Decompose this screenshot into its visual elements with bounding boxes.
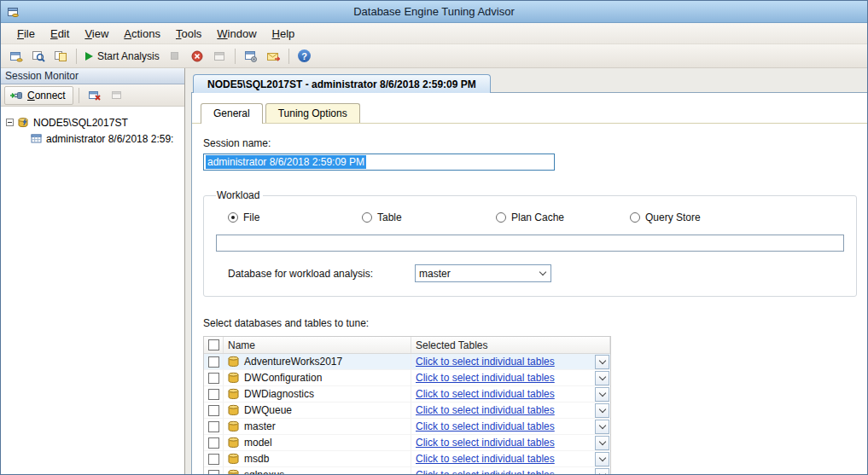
collapse-icon[interactable]	[6, 119, 14, 126]
tab-tuning-options[interactable]: Tuning Options	[265, 103, 360, 123]
import-workload-button[interactable]	[50, 46, 71, 66]
row-checkbox-cell	[204, 354, 224, 369]
row-checkbox-cell	[204, 467, 224, 474]
row-checkbox[interactable]	[208, 356, 219, 368]
tab-general[interactable]: General	[201, 103, 263, 124]
db-name: DWDiagnostics	[244, 388, 314, 400]
db-name: DWQueue	[244, 404, 292, 416]
title-bar[interactable]: Database Engine Tuning Advisor	[1, 1, 867, 23]
tables-dropdown-button[interactable]	[595, 436, 609, 450]
row-checkbox[interactable]	[208, 454, 219, 465]
select-tables-link[interactable]: Click to select individual tables	[416, 420, 555, 432]
pause-analysis-button[interactable]	[165, 46, 185, 66]
workload-group-title: Workload	[216, 189, 263, 201]
menu-view[interactable]: View	[77, 25, 116, 43]
dropdown-arrow-icon	[598, 406, 605, 413]
properties-icon	[244, 49, 258, 63]
row-name-cell: model	[224, 435, 411, 450]
menu-help[interactable]: Help	[265, 25, 303, 43]
start-analysis-button[interactable]: Start Analysis	[82, 46, 163, 66]
tables-dropdown-button[interactable]	[595, 452, 609, 466]
column-header-selected-tables[interactable]: Selected Tables	[411, 337, 610, 353]
tables-dropdown-button[interactable]	[595, 468, 609, 475]
select-tables-link[interactable]: Click to select individual tables	[416, 453, 555, 465]
database-icon	[228, 404, 239, 416]
menu-window[interactable]: Window	[209, 25, 264, 43]
radio-icon	[228, 212, 238, 223]
stop-session-button[interactable]	[84, 85, 105, 105]
table-row: sqlnexus Click to select individual tabl…	[204, 467, 610, 474]
select-tables-link[interactable]: Click to select individual tables	[416, 404, 555, 416]
select-tables-link[interactable]: Click to select individual tables	[416, 388, 555, 400]
workload-database-row: Database for workload analysis: master	[216, 264, 844, 282]
open-file-button[interactable]	[28, 46, 49, 66]
delete-session-icon	[110, 89, 124, 102]
radio-label: Query Store	[645, 211, 701, 223]
db-name: AdventureWorks2017	[244, 356, 342, 368]
document-tab-strip: NODE5\SQL2017ST - administrator 8/6/2018…	[185, 71, 867, 92]
delete-session-button[interactable]	[107, 85, 127, 105]
select-tables-link[interactable]: Click to select individual tables	[416, 437, 555, 449]
select-all-checkbox[interactable]	[208, 339, 219, 350]
connect-button[interactable]: Connect	[4, 86, 73, 105]
column-header-name[interactable]: Name	[224, 337, 411, 353]
dropdown-arrow-icon	[598, 374, 605, 380]
radio-label: Plan Cache	[511, 211, 564, 223]
workload-db-combo[interactable]: master	[415, 264, 551, 282]
menu-file[interactable]: File	[9, 25, 43, 43]
stop-analysis-button[interactable]	[187, 46, 207, 66]
db-name: sqlnexus	[244, 469, 284, 474]
row-checkbox[interactable]	[208, 437, 219, 449]
tables-dropdown-button[interactable]	[595, 403, 609, 418]
session-node-label: administrator 8/6/2018 2:59:	[46, 133, 173, 145]
help-icon	[298, 49, 311, 62]
menu-tools[interactable]: Tools	[168, 25, 209, 43]
header-checkbox-cell	[204, 337, 224, 353]
workload-table-radio[interactable]: Table	[362, 211, 496, 223]
document-area: NODE5\SQL2017ST - administrator 8/6/2018…	[185, 68, 867, 474]
apply-recommendations-button[interactable]	[209, 46, 230, 66]
tables-dropdown-button[interactable]	[595, 387, 609, 402]
tree-node-session[interactable]: administrator 8/6/2018 2:59:	[1, 130, 184, 147]
tables-dropdown-button[interactable]	[595, 355, 609, 369]
select-tables-link[interactable]: Click to select individual tables	[416, 469, 555, 474]
table-header: Name Selected Tables	[204, 337, 610, 354]
row-checkbox[interactable]	[208, 373, 219, 384]
export-results-button[interactable]	[263, 46, 283, 66]
row-checkbox[interactable]	[208, 389, 219, 400]
menu-actions[interactable]: Actions	[116, 25, 168, 43]
new-session-button[interactable]	[6, 46, 26, 66]
row-name-cell: msdb	[224, 451, 411, 466]
row-selected-tables-cell: Click to select individual tables	[411, 451, 610, 466]
session-monitor-panel: Session Monitor Connect NODE5\SQ	[1, 68, 185, 474]
import-workload-icon	[54, 49, 67, 63]
tables-dropdown-button[interactable]	[595, 420, 609, 434]
tables-dropdown-button[interactable]	[595, 371, 609, 385]
select-tables-link[interactable]: Click to select individual tables	[416, 356, 555, 368]
session-icon	[31, 133, 43, 145]
radio-icon	[630, 212, 640, 223]
connect-icon	[9, 89, 23, 102]
new-session-icon	[9, 49, 23, 63]
session-name-input[interactable]: administrator 8/6/2018 2:59:09 PM	[203, 154, 555, 171]
workload-db-value: master	[416, 268, 540, 280]
row-checkbox[interactable]	[208, 405, 219, 416]
row-checkbox[interactable]	[208, 470, 219, 475]
row-selected-tables-cell: Click to select individual tables	[411, 419, 610, 434]
row-checkbox-cell	[204, 386, 224, 402]
workload-plan-cache-radio[interactable]: Plan Cache	[496, 211, 630, 223]
start-analysis-icon	[85, 52, 93, 61]
menu-edit[interactable]: Edit	[43, 25, 77, 43]
tree-node-server[interactable]: NODE5\SQL2017ST	[1, 114, 184, 130]
document-tab[interactable]: NODE5\SQL2017ST - administrator 8/6/2018…	[193, 74, 491, 93]
row-checkbox-cell	[204, 403, 224, 418]
row-checkbox[interactable]	[208, 421, 219, 432]
select-tables-link[interactable]: Click to select individual tables	[416, 372, 555, 384]
properties-button[interactable]	[241, 46, 261, 66]
server-icon	[17, 116, 30, 129]
help-button[interactable]	[294, 46, 315, 66]
workload-query-store-radio[interactable]: Query Store	[630, 211, 764, 223]
row-checkbox-cell	[204, 419, 224, 434]
workload-file-radio[interactable]: File	[228, 211, 362, 223]
workload-file-input[interactable]	[216, 235, 844, 252]
